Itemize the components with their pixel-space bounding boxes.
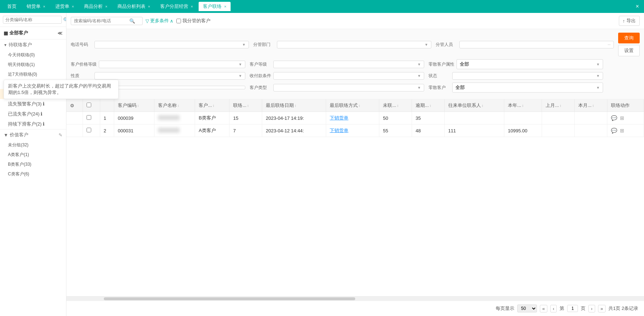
phone-label: 电话号码 <box>71 42 92 48</box>
retail-attr-select[interactable]: 全部▼ <box>457 59 603 69</box>
gender-cell: 性质 ▼ <box>71 72 245 80</box>
sidebar-item-b-class[interactable]: B类客户(33) <box>0 160 66 169</box>
prev-page-btn[interactable]: ‹ <box>550 305 557 312</box>
sidebar-item-c-class[interactable]: C类客户(6) <box>0 169 66 179</box>
nav-tab-purchase[interactable]: 进货单 × <box>51 2 78 11</box>
search-icon[interactable]: 🔍 <box>129 18 135 24</box>
row-overdue: 35 <box>412 112 444 124</box>
row-unread: 50 <box>379 112 412 124</box>
price-grade-select[interactable]: ▼ <box>99 61 245 68</box>
table-row: 2 000031 A类客户 7 2023-04-12 14:44: 下销货单 5… <box>66 124 644 137</box>
payment-label: 收付款条件 <box>250 73 271 79</box>
col-this-year[interactable]: 本年...↕ <box>504 99 542 112</box>
sidebar-item-today[interactable]: 今天待联络(0) <box>0 50 66 60</box>
next-page-btn[interactable]: › <box>588 305 595 312</box>
customer-grade-label: 客户等级 <box>250 61 271 67</box>
col-action: 联络动作 <box>607 99 644 112</box>
col-contact[interactable]: 联络...↕ <box>230 99 262 112</box>
close-all-btn[interactable]: × <box>634 3 641 10</box>
my-customers-check[interactable] <box>176 19 181 23</box>
export-label: 导出 <box>626 18 636 24</box>
collapse-icon[interactable]: ≪ <box>57 30 62 36</box>
col-name[interactable]: 客户名称↕ <box>154 99 195 112</box>
row-last-contact-method[interactable]: 下销货单 <box>326 112 379 124</box>
grid-icon[interactable]: ⊞ <box>620 128 624 133</box>
sidebar-item-lost-predict[interactable]: 流失预警客户(3) ℹ <box>0 99 66 109</box>
person-select[interactable]: ··· <box>459 41 614 48</box>
customer-grade-select[interactable]: ▼ <box>273 61 424 68</box>
col-checkbox[interactable] <box>83 99 100 112</box>
page-input[interactable] <box>567 305 578 312</box>
nav-close-purchase[interactable]: × <box>72 4 74 9</box>
col-unread[interactable]: 未联...↕ <box>379 99 412 112</box>
col-last-contact-date[interactable]: 最后联络日期↕ <box>262 99 326 112</box>
sidebar-item-a-class[interactable]: A类客户(1) <box>0 150 66 160</box>
nav-close-analysis[interactable]: × <box>105 4 107 9</box>
more-conditions-btn[interactable]: ▽ 更多条件 ∧ <box>145 18 173 24</box>
customer-type-select[interactable]: ▼ <box>273 84 424 91</box>
sidebar-item-unclassified[interactable]: 未分组(32) <box>0 140 66 150</box>
customer-type-label: 客户类型 <box>250 85 271 91</box>
price-grade-cell: 客户价格等级 ▼ <box>71 61 245 68</box>
all-customers-section: ▦ 全部客户 ≪ <box>0 27 66 39</box>
select-all-checkbox[interactable] <box>87 103 91 107</box>
nav-tab-sales[interactable]: 销货单 × <box>22 2 50 11</box>
dept-select[interactable]: ▼ <box>277 41 431 48</box>
edit-icon[interactable]: ✎ <box>59 132 62 138</box>
row-last-contact-method[interactable]: 下销货单 <box>326 124 379 137</box>
col-last-contact-method[interactable]: 最后联络方式↕ <box>326 99 379 112</box>
nav-close-analysis-list[interactable]: × <box>148 4 150 9</box>
scrollbar-thumb[interactable] <box>104 297 355 300</box>
row-checkbox[interactable] <box>83 124 100 137</box>
search-input[interactable] <box>74 18 128 23</box>
payment-select[interactable]: ▼ <box>273 72 424 80</box>
col-code[interactable]: 客户编码↕ <box>114 99 154 112</box>
search-box: 🔍 <box>71 17 143 25</box>
col-level[interactable]: 客户...↕ <box>195 99 230 112</box>
gender-select[interactable]: ▼ <box>94 72 245 80</box>
export-btn[interactable]: ↑ 导出 <box>619 16 640 26</box>
sidebar-item-already-lost[interactable]: 已流失客户(24) ℹ <box>0 109 66 119</box>
nav-close-customer-contact[interactable]: × <box>224 4 226 9</box>
value-customer-label: 价值客户 <box>10 132 28 138</box>
chat-icon[interactable]: 💬 <box>611 128 617 133</box>
row-checkbox[interactable] <box>83 112 100 124</box>
per-page-select[interactable]: 50 20 100 <box>517 305 537 312</box>
status-select[interactable]: ▼ <box>452 72 603 80</box>
sidebar-search-icon[interactable]: 🔍 <box>63 17 66 23</box>
nav-tab-analysis-list[interactable]: 商品分析列表 × <box>113 2 154 11</box>
row-last-contact-date: 2023-04-17 14:19: <box>262 112 326 124</box>
sidebar-item-7days[interactable]: 近7天待联络(0) <box>0 70 66 79</box>
nav-close-customer-tier[interactable]: × <box>191 4 193 9</box>
nav-tab-customer-tier[interactable]: 客户分层经营 × <box>156 2 197 11</box>
col-unit-contact[interactable]: 往来单位联系人↕ <box>444 99 504 112</box>
grid-icon[interactable]: ⊞ <box>620 115 624 121</box>
already-lost-label: 已流失客户(24) <box>8 111 40 117</box>
retail-customer-select[interactable]: 全部▼ <box>452 82 603 93</box>
row-actions: 💬 ⊞ <box>607 112 644 124</box>
nav-tab-customer-contact[interactable]: 客户联络 × <box>199 2 231 11</box>
first-page-btn[interactable]: « <box>540 305 547 312</box>
table-container: ⚙ 客户编码↕ 客户名称↕ 客户...↕ 联络...↕ 最后联络日期↕ 最后联络… <box>66 99 644 296</box>
nav-tab-home[interactable]: 首页 <box>3 2 21 11</box>
last-page-btn[interactable]: » <box>598 305 606 312</box>
total-info: 共1页 2条记录 <box>608 305 638 312</box>
phone-select[interactable]: ▼ <box>94 41 249 48</box>
col-overdue[interactable]: 逾期...↕ <box>412 99 444 112</box>
sidebar-item-continuous-down[interactable]: 持续下滑客户(2) ℹ <box>0 119 66 129</box>
nav-tab-analysis[interactable]: 商品分析 × <box>80 2 112 11</box>
col-settings[interactable]: ⚙ <box>66 99 83 112</box>
sidebar-item-tomorrow[interactable]: 明天待联络(1) <box>0 60 66 70</box>
row-code: 000031 <box>114 124 154 137</box>
col-last-month[interactable]: 上月...↕ <box>542 99 575 112</box>
nav-close-sales[interactable]: × <box>43 4 45 9</box>
settings-button[interactable]: 设置 <box>618 45 640 56</box>
col-this-month[interactable]: 本月...↕ <box>575 99 607 112</box>
row-this-month <box>575 112 607 124</box>
chat-icon[interactable]: 💬 <box>611 115 617 121</box>
my-customers-checkbox[interactable]: 我分管的客户 <box>176 18 210 24</box>
horizontal-scrollbar[interactable] <box>66 296 644 301</box>
query-button[interactable]: 查询 <box>618 33 640 43</box>
pending-contact-group[interactable]: ▼ 待联络客户 <box>0 39 66 50</box>
sidebar-search-input[interactable] <box>3 16 62 24</box>
